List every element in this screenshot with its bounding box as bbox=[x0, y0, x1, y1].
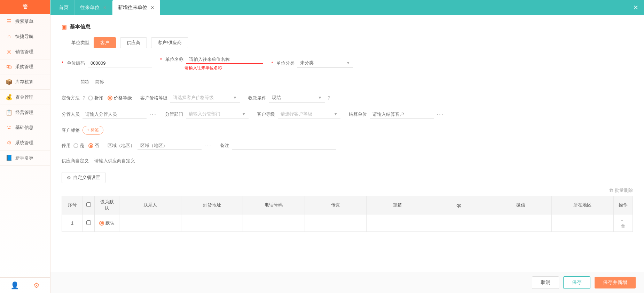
content-area: ▣ 基本信息 单位类型 客户 供应商 客户/供应商 * 单位编码 * 单位名称 bbox=[50, 15, 644, 272]
footer-bar: 取消 保存 保存并新增 bbox=[50, 272, 644, 293]
disabled-no-label: 否 bbox=[95, 143, 99, 149]
tab-contacts[interactable]: 往来单位 ✕ bbox=[74, 0, 112, 15]
td-contact[interactable] bbox=[119, 214, 181, 232]
sidebar-item-system[interactable]: ⚙ 系统管理 bbox=[0, 135, 50, 150]
supplier-custom-row: 供应商自定义 bbox=[62, 157, 633, 165]
disabled-row: 停用 是 否 区域（地区） ··· 备注 bbox=[62, 141, 633, 150]
td-qq[interactable] bbox=[428, 214, 490, 232]
sidebar-system-label: 系统管理 bbox=[15, 140, 33, 146]
tag-label: 客户标签 bbox=[62, 127, 80, 133]
unit-category-select[interactable]: 未分类 ▼ bbox=[297, 58, 353, 68]
row-checkbox[interactable] bbox=[86, 220, 91, 225]
save-new-button[interactable]: 保存并新增 bbox=[595, 277, 636, 288]
default-radio-circle bbox=[99, 221, 104, 226]
unit-code-input[interactable] bbox=[88, 59, 152, 67]
unit-name-label: 单位名称 bbox=[165, 56, 183, 63]
contact-input[interactable] bbox=[123, 220, 177, 226]
region-group: 区域（地区） ··· bbox=[108, 141, 212, 150]
td-wechat[interactable] bbox=[490, 214, 551, 232]
sidebar: 管 ☰ 搜索菜单 ⌂ 快捷导航 ◎ 销售管理 🛍 采购管理 📦 库存核算 💰 资… bbox=[0, 0, 50, 293]
section-header: ▣ 基本信息 bbox=[62, 24, 633, 30]
btn-supplier[interactable]: 供应商 bbox=[120, 37, 147, 48]
sidebar-item-sales[interactable]: ◎ 销售管理 bbox=[0, 44, 50, 59]
address-input[interactable] bbox=[185, 220, 239, 226]
sidebar-item-search[interactable]: ☰ 搜索菜单 bbox=[0, 14, 50, 29]
tab-new-contact[interactable]: 新增往来单位 ✕ bbox=[112, 0, 160, 15]
add-row-icon[interactable]: ＋ bbox=[620, 218, 624, 223]
td-address[interactable] bbox=[181, 214, 243, 232]
sidebar-item-inventory[interactable]: 📦 库存核算 bbox=[0, 74, 50, 90]
disabled-yes-radio[interactable]: 是 bbox=[73, 143, 84, 149]
custom-settings-button[interactable]: ⚙ 自定义项设置 bbox=[62, 172, 105, 183]
add-tag-button[interactable]: + 标签 bbox=[83, 126, 103, 135]
manager-more-icon[interactable]: ··· bbox=[149, 111, 157, 118]
tab-new-contact-close-icon[interactable]: ✕ bbox=[151, 5, 154, 10]
th-checkbox-input[interactable] bbox=[86, 202, 91, 207]
sidebar-search-label: 搜索菜单 bbox=[15, 18, 33, 25]
department-chevron-icon: ▼ bbox=[242, 112, 246, 116]
payment-terms-select[interactable]: 现结 ▼ bbox=[269, 93, 325, 103]
abbr-input[interactable] bbox=[92, 78, 169, 86]
td-seq: 1 bbox=[62, 214, 83, 232]
default-radio[interactable]: 默认 bbox=[98, 220, 116, 226]
sidebar-logo: 管 bbox=[0, 0, 50, 14]
manager-input[interactable] bbox=[83, 110, 147, 119]
sidebar-item-guide[interactable]: 📘 新手引导 bbox=[0, 150, 50, 166]
td-action: ＋ 🗑 bbox=[613, 214, 633, 232]
disabled-radio-group: 是 否 bbox=[73, 143, 99, 149]
btn-both[interactable]: 客户/供应商 bbox=[151, 37, 188, 48]
operation-icon: 📋 bbox=[6, 109, 13, 116]
fax-input[interactable] bbox=[308, 220, 363, 226]
sidebar-item-base-info[interactable]: 🗂 基础信息 bbox=[0, 120, 50, 135]
save-button[interactable]: 保存 bbox=[563, 276, 590, 289]
th-phone: 电话号码 bbox=[243, 196, 305, 214]
payment-terms-info-icon[interactable]: ? bbox=[328, 95, 330, 101]
th-action: 操作 bbox=[613, 196, 633, 214]
pricing-method-info-icon[interactable]: ? bbox=[83, 95, 85, 101]
disabled-no-radio[interactable]: 否 bbox=[88, 143, 99, 149]
unit-name-group: * 单位名称 请输入往来单位名称 bbox=[160, 55, 263, 71]
customer-level-select[interactable]: 请选择客户等级 ▼ bbox=[278, 109, 340, 119]
tab-home[interactable]: 首页 bbox=[53, 0, 74, 15]
unit-category-value: 未分类 bbox=[300, 60, 314, 66]
region-input[interactable] bbox=[138, 141, 202, 150]
pricing-level-circle bbox=[108, 96, 112, 100]
customer-price-level-select[interactable]: 请选择客户价格等级 ▼ bbox=[170, 93, 240, 103]
td-phone[interactable] bbox=[243, 214, 305, 232]
qq-input[interactable] bbox=[432, 220, 486, 226]
customer-price-level-group: 客户价格等级 请选择客户价格等级 ▼ bbox=[140, 93, 240, 103]
settlement-unit-input[interactable] bbox=[370, 110, 434, 119]
finance-icon: 💰 bbox=[6, 94, 13, 100]
region-table-input[interactable] bbox=[555, 220, 610, 226]
td-region[interactable] bbox=[552, 214, 613, 232]
tab-bar-close-icon[interactable]: ✕ bbox=[630, 4, 641, 11]
sidebar-settings-icon[interactable]: ⚙ bbox=[33, 281, 40, 290]
tab-contacts-label: 往来单位 bbox=[80, 5, 100, 11]
remark-input[interactable] bbox=[232, 141, 336, 150]
tab-contacts-close-icon[interactable]: ✕ bbox=[103, 5, 107, 10]
sidebar-item-purchase[interactable]: 🛍 采购管理 bbox=[0, 59, 50, 74]
btn-customer[interactable]: 客户 bbox=[94, 37, 116, 48]
td-fax[interactable] bbox=[305, 214, 366, 232]
email-input[interactable] bbox=[370, 220, 424, 226]
unit-name-input[interactable] bbox=[186, 55, 263, 64]
sidebar-item-operation[interactable]: 📋 经营管理 bbox=[0, 105, 50, 120]
department-select[interactable]: 请输入分管部门 ▼ bbox=[186, 109, 249, 119]
sidebar-sales-label: 销售管理 bbox=[15, 49, 33, 55]
td-email[interactable] bbox=[366, 214, 428, 232]
supplier-custom-input[interactable] bbox=[92, 157, 175, 165]
sidebar-item-quick-nav[interactable]: ⌂ 快捷导航 bbox=[0, 29, 50, 44]
wechat-input[interactable] bbox=[494, 220, 548, 226]
pricing-level-radio[interactable]: 价格等级 bbox=[108, 95, 132, 101]
cancel-button[interactable]: 取消 bbox=[532, 276, 559, 289]
delete-row-icon[interactable]: 🗑 bbox=[621, 223, 625, 229]
sidebar-item-finance[interactable]: 💰 资金管理 bbox=[0, 90, 50, 105]
region-more-icon[interactable]: ··· bbox=[204, 142, 212, 149]
settlement-unit-more-icon[interactable]: ··· bbox=[437, 111, 444, 118]
pricing-discount-radio[interactable]: 折扣 bbox=[88, 95, 103, 101]
sidebar-user-icon[interactable]: 👤 bbox=[10, 281, 19, 290]
batch-delete[interactable]: 🗑 批量删除 bbox=[62, 187, 633, 194]
sidebar-quick-nav-label: 快捷导航 bbox=[15, 33, 33, 40]
phone-input[interactable] bbox=[246, 220, 301, 226]
settlement-unit-label: 结算单位 bbox=[349, 111, 367, 117]
